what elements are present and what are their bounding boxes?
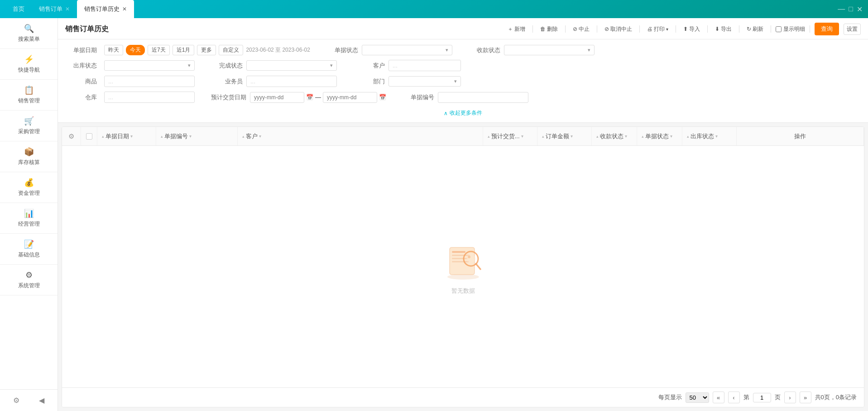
- cancel-stop-button[interactable]: ⊘ 取消中止: [602, 24, 635, 34]
- th-customer[interactable]: ▴ 客户 ▾: [238, 127, 483, 145]
- th-order-status-label: 单据状态: [645, 132, 669, 140]
- salesperson-ellipsis: ...: [250, 78, 255, 85]
- sales-mgmt-icon: 📋: [24, 85, 34, 95]
- tab-sales-order-close[interactable]: ✕: [65, 6, 70, 12]
- warehouse-status-label: 出库状态: [65, 62, 97, 70]
- first-page-icon: «: [717, 394, 720, 401]
- department-chevron: ▾: [454, 78, 457, 84]
- delivery-date-from[interactable]: [250, 92, 304, 103]
- sidebar-item-inventory[interactable]: 📦 库存核算: [0, 141, 58, 172]
- export-button[interactable]: ⬇ 导出: [712, 24, 734, 34]
- date-btn-yesterday[interactable]: 昨天: [104, 45, 123, 55]
- empty-state: 暂无数据: [438, 238, 488, 295]
- sidebar-item-search-menu[interactable]: 🔍 搜索菜单: [0, 18, 58, 49]
- delete-button[interactable]: 🗑 删除: [537, 24, 561, 34]
- refresh-button[interactable]: ↻ 刷新: [744, 24, 766, 34]
- sidebar-item-sales-mgmt[interactable]: 📋 销售管理: [0, 80, 58, 111]
- collapse-more-btn[interactable]: ∧ 收起更多条件: [65, 107, 861, 117]
- display-detail-toggle[interactable]: 显示明细: [776, 25, 805, 33]
- page-label-post: 页: [775, 393, 781, 401]
- th-delivery[interactable]: ▴ 预计交货... ▾: [483, 127, 537, 145]
- warehouse-label: 仓库: [65, 93, 97, 102]
- sidebar-item-operations[interactable]: 📊 经营管理: [0, 203, 58, 234]
- print-icon: 🖨: [647, 26, 652, 32]
- order-number-input[interactable]: [438, 92, 528, 103]
- basic-info-icon: 📝: [24, 239, 34, 249]
- page-size-select[interactable]: 50 10 20 100: [686, 392, 709, 403]
- sidebar-settings-btn[interactable]: ⚙: [11, 394, 21, 406]
- minimize-btn[interactable]: —: [838, 5, 845, 13]
- page-number-input[interactable]: [753, 393, 771, 402]
- settings-button[interactable]: 设置: [844, 24, 861, 35]
- svg-point-0: [447, 274, 479, 280]
- th-date[interactable]: ▴ 单据日期 ▾: [97, 127, 156, 145]
- tab-sales-order[interactable]: 销售订单 ✕: [32, 0, 77, 18]
- tab-sales-order-history-close[interactable]: ✕: [122, 6, 127, 12]
- close-btn[interactable]: ✕: [857, 5, 863, 14]
- receipt-status-select[interactable]: ▾: [504, 45, 595, 55]
- display-detail-checkbox[interactable]: [776, 26, 782, 32]
- tab-sales-order-history[interactable]: 销售订单历史 ✕: [77, 0, 134, 18]
- delivery-date-to[interactable]: [323, 92, 377, 103]
- stop-button[interactable]: ⊘ 中止: [570, 24, 592, 34]
- calendar-to-icon[interactable]: 📅: [379, 94, 386, 101]
- order-status-label: 单据状态: [326, 46, 358, 54]
- import-button[interactable]: ⬆ 导入: [681, 24, 703, 34]
- th-amount[interactable]: ▴ 订单金额 ▾: [537, 127, 592, 145]
- first-page-btn[interactable]: «: [713, 392, 724, 403]
- sidebar-collapse-btn[interactable]: ◀: [37, 394, 46, 406]
- sidebar-item-basic-info[interactable]: 📝 基础信息: [0, 234, 58, 265]
- svg-rect-4: [452, 258, 468, 259]
- cancel-stop-label: 取消中止: [610, 25, 632, 33]
- department-select[interactable]: ▾: [388, 76, 461, 87]
- th-order-status[interactable]: ▴ 单据状态 ▾: [637, 127, 682, 145]
- th-warehouse-status-sort-desc: ▾: [715, 134, 718, 139]
- product-input[interactable]: ...: [104, 76, 195, 87]
- import-label: 导入: [689, 25, 700, 33]
- th-amount-sort-asc: ▴: [542, 134, 544, 139]
- salesperson-input[interactable]: ...: [246, 76, 337, 87]
- cancel-stop-icon: ⊘: [604, 26, 609, 32]
- warehouse-input[interactable]: ...: [104, 92, 195, 103]
- date-btn-7days[interactable]: 近7天: [148, 45, 170, 55]
- sidebar-item-purchase-mgmt[interactable]: 🛒 采购管理: [0, 111, 58, 141]
- next-page-btn[interactable]: ›: [784, 392, 796, 403]
- date-btn-custom[interactable]: 自定义: [219, 45, 243, 55]
- table-body: 暂无数据: [62, 146, 864, 387]
- warehouse-status-chevron: ▾: [188, 63, 191, 68]
- product-ellipsis: ...: [108, 78, 113, 85]
- date-btn-1month[interactable]: 近1月: [173, 45, 195, 55]
- th-number[interactable]: ▴ 单据编号 ▾: [156, 127, 238, 145]
- date-btn-more[interactable]: 更多: [197, 45, 216, 55]
- finance-icon: 💰: [24, 178, 34, 188]
- new-button[interactable]: ＋ 新增: [505, 24, 528, 34]
- th-warehouse-status[interactable]: ▴ 出库状态 ▾: [682, 127, 737, 145]
- collapse-label: 收起更多条件: [450, 109, 482, 117]
- prev-page-btn[interactable]: ‹: [728, 392, 740, 403]
- complete-status-select[interactable]: ▾: [246, 60, 337, 71]
- window-controls: — □ ✕: [838, 5, 863, 14]
- tab-home[interactable]: 首页: [5, 0, 32, 18]
- order-status-select[interactable]: ▾: [362, 45, 452, 55]
- select-all-checkbox[interactable]: [86, 133, 92, 140]
- th-receipt-status[interactable]: ▴ 收款状态 ▾: [592, 127, 637, 145]
- product-label: 商品: [65, 77, 97, 86]
- last-page-btn[interactable]: »: [800, 392, 811, 403]
- sidebar-item-system[interactable]: ⚙ 系统管理: [0, 265, 58, 295]
- th-settings[interactable]: ⚙: [62, 127, 81, 145]
- th-receipt-status-sort-asc: ▴: [596, 134, 599, 139]
- date-btn-today[interactable]: 今天: [126, 45, 145, 55]
- calendar-from-icon[interactable]: 📅: [306, 94, 313, 101]
- maximize-btn[interactable]: □: [849, 5, 853, 13]
- delivery-date-range: 📅 — 📅: [250, 92, 386, 103]
- sidebar-item-finance[interactable]: 💰 资金管理: [0, 172, 58, 203]
- sidebar-item-quick-nav[interactable]: ⚡ 快捷导航: [0, 49, 58, 80]
- refresh-label: 刷新: [753, 25, 763, 33]
- warehouse-status-select[interactable]: ▾: [104, 60, 195, 71]
- quick-nav-icon: ⚡: [24, 54, 34, 64]
- th-checkbox[interactable]: [81, 127, 97, 145]
- query-button[interactable]: 查询: [815, 23, 839, 35]
- sidebar-bottom: ⚙ ◀: [0, 389, 58, 411]
- customer-input[interactable]: ...: [388, 60, 461, 71]
- print-button[interactable]: 🖨 打印 ▾: [644, 24, 671, 34]
